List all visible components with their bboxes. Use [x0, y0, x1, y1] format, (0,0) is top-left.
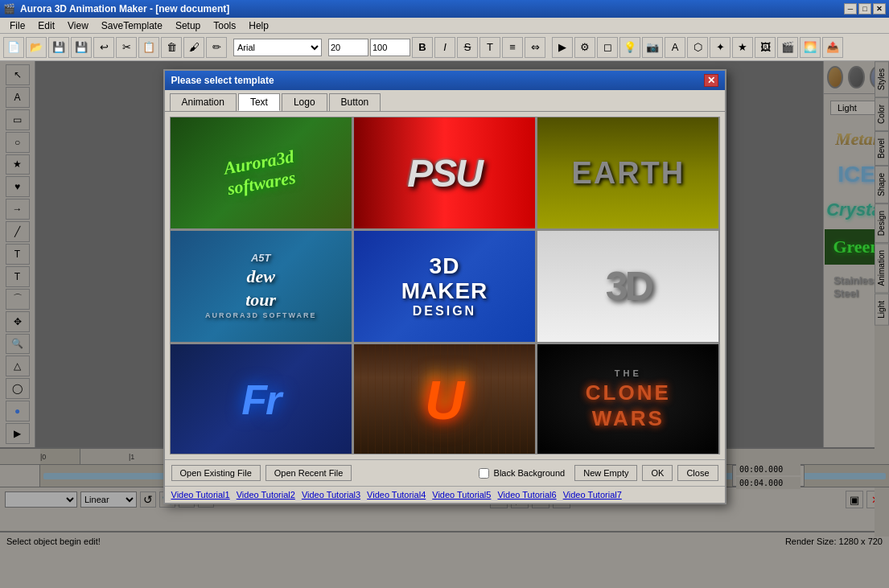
strikethrough-button[interactable]: S [457, 37, 478, 58]
close-button[interactable]: ✕ [873, 3, 886, 14]
menu-edit[interactable]: Edit [31, 19, 61, 33]
edit-button[interactable]: ✏ [206, 37, 227, 58]
modal-titlebar: Please select template ✕ [165, 71, 725, 90]
bold-button[interactable]: B [412, 37, 433, 58]
template-modal: Please select template ✕ Animation Text … [163, 69, 726, 504]
minimize-button[interactable]: ─ [844, 3, 857, 14]
cube-button[interactable]: ◻ [597, 37, 618, 58]
tutorial-link-5[interactable]: Video Tutorial5 [432, 490, 491, 500]
spacing-button[interactable]: ⇔ [525, 37, 545, 58]
template-dew-tour[interactable]: A5T dew tour AURORA3D SOFTWARE [171, 231, 352, 342]
star-button[interactable]: ★ [732, 37, 753, 58]
template-aurora3d[interactable]: Aurora3dsoftwares [171, 117, 352, 228]
modal-close-button[interactable]: ✕ [704, 74, 718, 87]
pic-button[interactable]: 🖼 [755, 37, 776, 58]
tab-button[interactable]: Button [329, 93, 381, 111]
menu-savetemplate[interactable]: SaveTemplate [95, 19, 169, 33]
new-button[interactable]: 📄 [3, 37, 24, 58]
template-metal-blocks[interactable]: 3D [537, 231, 718, 342]
titlebar-controls: ─ □ ✕ [844, 3, 886, 14]
light-button[interactable]: 💡 [619, 37, 640, 58]
maximize-button[interactable]: □ [858, 3, 871, 14]
tutorial-link-3[interactable]: Video Tutorial3 [302, 490, 360, 500]
italic-button[interactable]: I [434, 37, 455, 58]
video-button[interactable]: 🎬 [777, 37, 798, 58]
font-select[interactable]: Arial [233, 39, 322, 56]
menubar: File Edit View SaveTemplate Setup Tools … [0, 18, 889, 34]
menu-help[interactable]: Help [242, 19, 275, 33]
app-title: Aurora 3D Animation Maker - [new documen… [20, 3, 229, 14]
camera-button[interactable]: 📷 [642, 37, 663, 58]
titlebar-title: 🎬 Aurora 3D Animation Maker - [new docum… [3, 3, 229, 14]
tab-animation[interactable]: Animation [170, 93, 237, 111]
modal-overlay: Please select template ✕ Animation Text … [0, 61, 889, 588]
open-existing-button[interactable]: Open Existing File [171, 465, 261, 481]
particle-button[interactable]: ✦ [710, 37, 731, 58]
save-as-button[interactable]: 💾 [71, 37, 92, 58]
tab-logo[interactable]: Logo [282, 93, 327, 111]
black-bg-label: Black Background [494, 468, 566, 478]
tutorial-link-1[interactable]: Video Tutorial1 [171, 490, 230, 500]
template-grid: Aurora3dsoftwares PSU EARTH [170, 117, 720, 454]
toolbar: 📄 📂 💾 💾 ↩ ✂ 📋 🗑 🖌 ✏ Arial B I S T ≡ ⇔ ▶ … [0, 34, 889, 61]
cut-button[interactable]: ✂ [116, 37, 137, 58]
template-frost[interactable]: Fr [171, 344, 352, 454]
open-button[interactable]: 📂 [26, 37, 47, 58]
titlebar: 🎬 Aurora 3D Animation Maker - [new docum… [0, 0, 889, 18]
tutorial-links: Video Tutorial1 Video Tutorial2 Video Tu… [165, 486, 725, 503]
open-recent-button[interactable]: Open Recent File [265, 465, 352, 481]
template-3d-maker[interactable]: 3D MAKER DESIGN [354, 231, 535, 342]
align-button[interactable]: ≡ [502, 37, 523, 58]
save-button[interactable]: 💾 [48, 37, 69, 58]
menu-view[interactable]: View [61, 19, 95, 33]
close-modal-button[interactable]: Close [677, 465, 718, 481]
tutorial-link-4[interactable]: Video Tutorial4 [367, 490, 426, 500]
settings-button[interactable]: ⚙ [574, 37, 595, 58]
tab-text[interactable]: Text [238, 93, 280, 111]
template-fire[interactable]: U [354, 344, 535, 454]
new-empty-button[interactable]: New Empty [574, 465, 637, 481]
modal-content: Aurora3dsoftwares PSU EARTH [165, 112, 725, 459]
tutorial-link-6[interactable]: Video Tutorial6 [497, 490, 556, 500]
tutorial-link-2[interactable]: Video Tutorial2 [237, 490, 295, 500]
tutorial-link-7[interactable]: Video Tutorial7 [563, 490, 622, 500]
modal-footer: Open Existing File Open Recent File Blac… [165, 459, 725, 486]
menu-file[interactable]: File [3, 19, 31, 33]
shape-button[interactable]: ⬡ [687, 37, 708, 58]
font-size-input[interactable] [328, 39, 368, 56]
modal-title: Please select template [171, 75, 274, 86]
menu-setup[interactable]: Setup [169, 19, 207, 33]
template-clone-wars[interactable]: THE CLONE WARS [537, 344, 718, 454]
template-earth[interactable]: EARTH [537, 117, 718, 228]
app-icon: 🎬 [3, 3, 15, 14]
ok-button[interactable]: OK [642, 465, 673, 481]
modal-tabs: Animation Text Logo Button [165, 90, 725, 112]
brush-button[interactable]: 🖌 [183, 37, 204, 58]
font-weight-input[interactable] [370, 39, 410, 56]
copy-button[interactable]: 📋 [138, 37, 159, 58]
undo-button[interactable]: ↩ [93, 37, 114, 58]
delete-button[interactable]: 🗑 [161, 37, 182, 58]
text-type-button[interactable]: T [479, 37, 500, 58]
render-button[interactable]: ▶ [552, 37, 573, 58]
menu-tools[interactable]: Tools [207, 19, 242, 33]
template-psu[interactable]: PSU [354, 117, 535, 228]
export-button[interactable]: 📤 [822, 37, 843, 58]
add-text-button[interactable]: A [665, 37, 685, 58]
bg-button[interactable]: 🌅 [800, 37, 821, 58]
black-bg-checkbox[interactable] [479, 468, 489, 479]
